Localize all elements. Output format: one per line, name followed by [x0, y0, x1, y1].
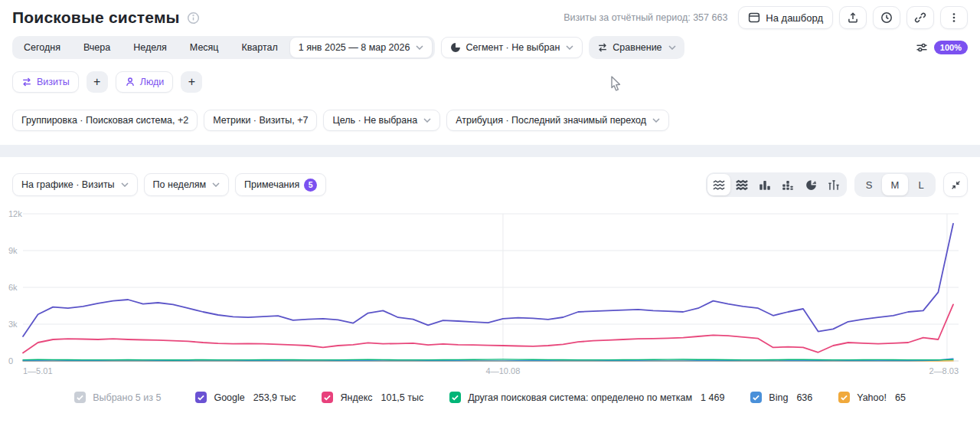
metrics-selector[interactable]: Метрики · Визиты, +7 [204, 110, 317, 131]
chart-size-l[interactable]: L [908, 174, 934, 195]
on-chart-metric-selector[interactable]: На графике · Визиты [12, 173, 138, 196]
checkbox-icon[interactable] [74, 392, 86, 403]
to-dashboard-button[interactable]: На дашборд [738, 6, 833, 29]
chevron-down-icon [566, 45, 573, 50]
grouping-label: Группировка · Поисковая система, +2 [21, 115, 188, 126]
period-tab-month[interactable]: Месяц [178, 42, 230, 53]
people-chip-label: Люди [140, 77, 165, 87]
period-tab-today[interactable]: Сегодня [12, 42, 72, 53]
report-page: Поисковые системы Визиты за отчётный пер… [0, 0, 980, 423]
compare-selector[interactable]: Сравнение [589, 36, 684, 59]
notes-count-badge: 5 [304, 179, 317, 192]
more-menu-button[interactable] [940, 6, 968, 29]
chart-type-areas-button[interactable] [730, 174, 753, 195]
legend-item-other[interactable]: Другая поисковая система: определено по … [449, 392, 724, 403]
clock-icon [880, 11, 893, 24]
compare-label: Сравнение [612, 42, 662, 53]
chevron-down-icon [668, 45, 676, 50]
chart-type-stacked-bars-button[interactable] [776, 174, 799, 195]
column-chart-icon [827, 179, 841, 191]
on-chart-label: На графике · Визиты [21, 179, 115, 190]
legend-item-google[interactable]: Google 253,9 тыс [195, 392, 296, 403]
report-settings-row: Группировка · Поисковая система, +2 Метр… [0, 110, 980, 131]
compare-icon [597, 42, 608, 53]
checkbox-icon[interactable] [449, 392, 461, 403]
segment-label: Сегмент · Не выбран [466, 42, 560, 53]
person-icon [125, 77, 136, 87]
stacked-bar-icon [781, 179, 795, 191]
grouping-selector[interactable]: Группировка · Поисковая система, +2 [12, 110, 198, 131]
period-filter-row: Сегодня Вчера Неделя Месяц Квартал 1 янв… [0, 36, 980, 59]
legend-label: Yahoo! [857, 392, 887, 403]
metric-chips-row: Визиты + Люди + [0, 71, 980, 93]
legend-select-all[interactable]: Выбрано 5 из 5 [74, 392, 169, 403]
people-metric-chip[interactable]: Люди [116, 71, 174, 93]
export-button[interactable] [839, 6, 867, 29]
goal-selector[interactable]: Цель · Не выбрана [323, 110, 440, 131]
legend-item-bing[interactable]: Bing 636 [750, 392, 812, 403]
metrics-label: Метрики · Визиты, +7 [213, 115, 308, 126]
dashboard-icon [748, 11, 760, 24]
checkbox-icon[interactable] [750, 392, 762, 403]
chevron-down-icon [652, 118, 660, 123]
chart-size-switcher: S M L [854, 172, 936, 197]
visits-metric-chip[interactable]: Визиты [12, 71, 79, 93]
visits-compare-icon [21, 77, 32, 87]
legend-label: Google [214, 392, 244, 403]
checkbox-icon[interactable] [195, 392, 207, 403]
legend-value: 65 [895, 392, 906, 403]
chevron-down-icon [212, 182, 220, 187]
to-dashboard-label: На дашборд [766, 12, 823, 24]
chart-type-lines-button[interactable] [707, 174, 730, 195]
visits-chip-label: Визиты [37, 77, 70, 87]
svg-text:6k: 6k [8, 283, 18, 292]
legend-item-yahoo[interactable]: Yahoo! 65 [838, 392, 906, 403]
chevron-down-icon [416, 45, 423, 50]
info-icon[interactable] [187, 11, 200, 25]
chart-type-pie-button[interactable] [799, 174, 822, 195]
checkbox-icon[interactable] [838, 392, 850, 403]
add-people-segment-button[interactable]: + [181, 71, 202, 93]
chart-size-m[interactable]: M [882, 174, 908, 195]
legend-value: 1 469 [701, 392, 724, 403]
segment-pie-icon [450, 42, 461, 53]
chart-type-bars-button[interactable] [753, 174, 776, 195]
sampling-badge[interactable]: 100% [934, 41, 968, 54]
svg-text:4—10.08: 4—10.08 [486, 366, 521, 375]
granularity-selector[interactable]: По неделям [144, 173, 229, 196]
attribution-selector[interactable]: Атрибуция · Последний значимый переход [446, 110, 669, 131]
period-selector: Сегодня Вчера Неделя Месяц Квартал 1 янв… [12, 36, 435, 59]
line-chart-icon [712, 179, 726, 191]
chart-type-switcher [706, 172, 847, 197]
svg-text:12k: 12k [8, 209, 22, 218]
legend-item-yandex[interactable]: Яндекс 101,5 тыс [322, 392, 423, 403]
legend-value: 636 [796, 392, 812, 403]
add-visits-segment-button[interactable]: + [87, 71, 108, 93]
share-icon [847, 11, 859, 24]
visits-line-chart[interactable]: 03k6k9k12k1—5.014—10.082—8.03 [0, 202, 980, 385]
chevron-down-icon [121, 182, 129, 187]
date-range-value: 1 янв 2025 — 8 мар 2026 [299, 42, 410, 53]
notes-toggle[interactable]: Примечания 5 [235, 173, 326, 196]
period-tab-yesterday[interactable]: Вчера [72, 42, 122, 53]
pie-chart-icon [805, 179, 818, 191]
period-tab-week[interactable]: Неделя [122, 42, 178, 53]
chart-type-columns-button[interactable] [822, 174, 845, 195]
svg-text:9k: 9k [8, 246, 18, 255]
legend-label: Выбрано 5 из 5 [93, 392, 161, 403]
sampling-sliders-icon[interactable] [916, 41, 928, 54]
period-tab-quarter[interactable]: Квартал [230, 42, 289, 53]
svg-text:3k: 3k [8, 320, 18, 329]
history-button[interactable] [873, 6, 900, 29]
header: Поисковые системы Визиты за отчётный пер… [0, 0, 980, 29]
chart-size-s[interactable]: S [856, 174, 882, 195]
collapse-icon [950, 179, 962, 191]
page-title: Поисковые системы [12, 8, 180, 27]
checkbox-icon[interactable] [322, 392, 333, 403]
svg-text:2—8.03: 2—8.03 [929, 366, 959, 375]
section-separator [0, 145, 980, 157]
segment-selector[interactable]: Сегмент · Не выбран [441, 37, 583, 58]
collapse-chart-button[interactable] [943, 172, 968, 197]
copy-link-button[interactable] [906, 6, 934, 29]
date-range-picker[interactable]: 1 янв 2025 — 8 мар 2026 [289, 37, 433, 58]
